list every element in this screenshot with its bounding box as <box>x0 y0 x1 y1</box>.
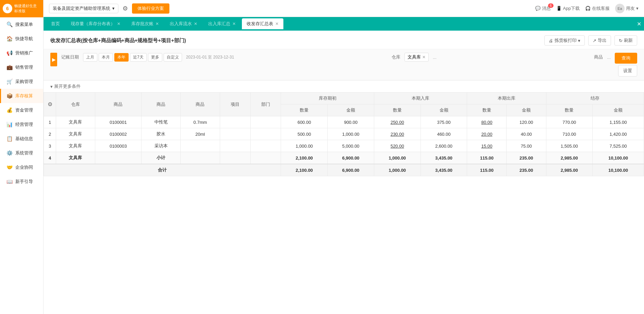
tab-close-batch[interactable]: ✕ <box>155 21 159 26</box>
cell-bal-amt: 1,155.00 <box>593 116 644 128</box>
page-header: 收发存汇总表(按仓库+商品编码+商品+规格型号+项目+部门) 🖨 拣货板打印 ▾… <box>44 31 644 49</box>
cell-out-amt: 235.00 <box>507 152 546 164</box>
cell-warehouse: 文具库 <box>56 140 95 152</box>
cell-in-qty[interactable]: 520.00 <box>374 140 420 152</box>
cell-seq: 4 <box>44 152 56 164</box>
cell-warehouse: 文具库 <box>56 152 95 164</box>
message-button[interactable]: 💬 消息 6 <box>535 5 551 12</box>
tab-recv-send[interactable]: 收发存汇总表✕ <box>242 18 283 29</box>
cell-spec <box>180 140 220 152</box>
date-btn-本年[interactable]: 本年 <box>114 53 129 62</box>
trial-button[interactable]: 体验行业方案 <box>132 3 169 14</box>
guide-icon: 📖 <box>6 179 13 185</box>
tab-inout-summary[interactable]: 出入库汇总✕ <box>203 18 241 29</box>
tab-label: 出入库流水 <box>170 21 192 27</box>
th-settings[interactable]: ⚙ <box>44 93 56 116</box>
search-icon: 🔍 <box>6 21 13 28</box>
tab-batch[interactable]: 库存批次账✕ <box>127 18 164 29</box>
cell-bal-qty: 1,505.00 <box>546 140 593 152</box>
tab-inout-flow[interactable]: 出入库流水✕ <box>165 18 202 29</box>
cell-bal-qty: 770.00 <box>546 116 593 128</box>
sales-icon: 💼 <box>6 64 13 70</box>
tab-label: 收发存汇总表 <box>247 21 273 27</box>
page-actions: 🖨 拣货板打印 ▾ ↗ 导出 ↻ 刷新 <box>544 35 637 46</box>
date-btn-近7天[interactable]: 近7天 <box>130 53 147 62</box>
cell-out-qty[interactable]: 20.00 <box>467 128 507 140</box>
sidebar-item-guide[interactable]: 📖新手引导 <box>0 175 43 189</box>
online-service-button[interactable]: 🎧 在线客服 <box>585 5 610 12</box>
footer-bal-amt: 10,100.00 <box>593 164 644 176</box>
warehouse-more[interactable]: ... <box>433 55 436 60</box>
cell-out-qty[interactable]: 80.00 <box>467 116 507 128</box>
cell-seq: 2 <box>44 128 56 140</box>
cell-seq: 3 <box>44 140 56 152</box>
sidebar-item-marketing[interactable]: 📢营销推广 <box>0 46 43 60</box>
footer-bal-qty: 2,985.00 <box>546 164 593 176</box>
sidebar-item-system[interactable]: ⚙️系统管理 <box>0 146 43 160</box>
settings-icon[interactable]: ⚙ <box>122 5 128 12</box>
sidebar-item-quick[interactable]: 🏠快捷导航 <box>0 32 43 46</box>
tab-stock-dist[interactable]: 现存量（库存分布表）✕ <box>66 18 125 29</box>
tab-close-inout-summary[interactable]: ✕ <box>232 21 236 26</box>
sidebar-item-corp[interactable]: 🤝企业协同 <box>0 160 43 175</box>
sidebar-item-search[interactable]: 🔍搜索菜单 <box>0 17 43 32</box>
sidebar-item-operation[interactable]: 📊经营管理 <box>0 117 43 132</box>
refresh-button[interactable]: ↻ 刷新 <box>614 35 637 46</box>
tab-label: 库存批次账 <box>131 21 153 27</box>
th-name: 商品 <box>142 93 181 116</box>
th-out-amt: 金额 <box>507 104 546 116</box>
cell-bal-amt: 10,100.00 <box>593 152 644 164</box>
expand-icon: ▾ <box>50 84 53 89</box>
th-in-qty: 数量 <box>374 104 420 116</box>
th-init-stock: 库存期初 <box>281 93 374 104</box>
export-button[interactable]: ↗ 导出 <box>588 35 611 46</box>
tab-home[interactable]: 首页 <box>46 18 65 29</box>
date-options: 上月本月本年近7天更多自定义 <box>83 53 182 62</box>
cell-code: 0100002 <box>95 128 142 140</box>
print-button[interactable]: 🖨 拣货板打印 ▾ <box>544 35 585 46</box>
cell-in-qty[interactable]: 230.00 <box>374 128 420 140</box>
query-button[interactable]: 查询 <box>615 53 637 64</box>
cell-spec: 20ml <box>180 128 220 140</box>
cell-in-qty[interactable]: 250.00 <box>374 116 420 128</box>
print-icon: 🖨 <box>549 38 553 43</box>
tab-close-recv-send[interactable]: ✕ <box>275 21 279 26</box>
page-title: 收发存汇总表(按仓库+商品编码+商品+规格型号+项目+部门) <box>50 37 186 44</box>
app-download-button[interactable]: 📱 App下载 <box>556 5 580 12</box>
table-gear-icon[interactable]: ⚙ <box>48 101 52 107</box>
sidebar-item-sales[interactable]: 💼销售管理 <box>0 60 43 75</box>
cell-init-qty: 600.00 <box>281 116 328 128</box>
cell-seq: 1 <box>44 116 56 128</box>
footer-init-amt: 6,900.00 <box>328 164 374 176</box>
cell-project <box>220 116 250 128</box>
sidebar-item-basic[interactable]: 📋基础信息 <box>0 132 43 146</box>
filter-toggle[interactable]: ▶ <box>50 53 57 66</box>
date-btn-上月[interactable]: 上月 <box>83 53 97 62</box>
cell-warehouse: 文具库 <box>56 116 95 128</box>
date-btn-更多[interactable]: 更多 <box>148 53 162 62</box>
table-row: 4 文具库 小计 2,100.00 6,900.00 1,000.00 3,43… <box>44 152 644 164</box>
sidebar-item-purchase[interactable]: 🛒采购管理 <box>0 75 43 89</box>
user-menu[interactable]: Ea 用友 ▾ <box>615 4 639 13</box>
goods-more[interactable]: ... <box>607 55 611 60</box>
tab-close-inout-flow[interactable]: ✕ <box>194 21 197 26</box>
sidebar-item-inventory[interactable]: 📦库存核算 <box>0 89 43 103</box>
settings-button[interactable]: 设置 <box>618 65 637 77</box>
cell-out-qty[interactable]: 15.00 <box>467 140 507 152</box>
sidebar-label: 资金管理 <box>15 107 33 113</box>
date-btn-自定义[interactable]: 自定义 <box>164 53 182 62</box>
cell-code <box>95 152 142 164</box>
th-balance: 结存 <box>546 93 644 104</box>
data-table: ⚙ 仓库 商品 商品 商品 项目 部门 库存期初 本期入库 本期出库 结存 数量 <box>44 92 644 176</box>
system-selector[interactable]: 装备及固定资产辅助管理系统 ▾ <box>49 4 118 13</box>
close-all-tabs[interactable]: ✕ <box>637 21 641 27</box>
tab-close-stock-dist[interactable]: ✕ <box>117 21 120 26</box>
cell-bal-amt: 1,420.00 <box>593 128 644 140</box>
expand-conditions[interactable]: ▾ 展开更多条件 <box>44 80 644 92</box>
date-btn-本月[interactable]: 本月 <box>99 53 113 62</box>
export-icon: ↗ <box>593 38 596 43</box>
remove-warehouse-tag[interactable]: ✕ <box>422 55 426 60</box>
footer-out-amt: 235.00 <box>507 164 546 176</box>
sidebar-item-finance[interactable]: 💰资金管理 <box>0 103 43 117</box>
refresh-icon: ↻ <box>619 38 623 43</box>
